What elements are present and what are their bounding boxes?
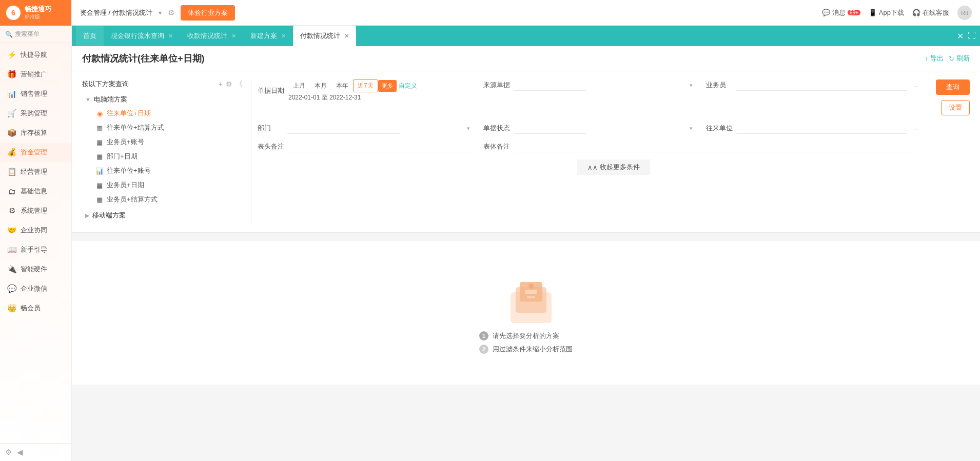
scheme-tree: ▼ 电脑端方案 ◉ 往来单位+日期 ▦ 往来单位+结算方式 ▦ 业务员+账号 ▦… [82,93,243,222]
mobile-scheme-section: ▶ 移动端方案 [82,209,243,222]
mobile-section-arrow: ▶ [85,212,89,219]
party-input[interactable] [737,123,907,134]
close-all-tabs-icon[interactable]: ✕ [957,31,964,41]
tab-payment[interactable]: 付款情况统计✕ [293,26,356,46]
close-tab-new-scheme[interactable]: ✕ [281,33,286,39]
collapse-sidebar-icon[interactable]: ◀ [17,448,23,457]
app-download-btn[interactable]: 📱 App下载 [869,8,904,17]
sidebar-item-member[interactable]: 👑 畅会员 [0,298,71,318]
sidebar-item-guide[interactable]: 📖 新手引导 [0,240,71,259]
svg-point-3 [528,284,534,289]
nav-label-operations: 经营管理 [21,167,47,176]
scheme-item-salesman-settle[interactable]: ▦ 业务员+结算方式 [92,192,243,207]
scheme-icon-party-settle: ▦ [95,124,104,132]
logo-title: 畅捷通巧 [25,5,51,13]
main-area: 资金管理 / 付款情况统计 ▾ ⚙ 体验行业方案 💬 消息 99+ 📱 App下… [72,0,980,461]
scheme-label-salesman-date: 业务员+日期 [107,181,144,190]
scheme-item-salesman-account[interactable]: ▦ 业务员+账号 [92,135,243,149]
sidebar-item-wechat[interactable]: 💬 企业微信 [0,279,71,298]
salesman-ellipsis[interactable]: ... [913,82,918,89]
sidebar-item-inventory[interactable]: 📦 库存核算 [0,123,71,143]
scheme-item-salesman-date[interactable]: ▦ 业务员+日期 [92,178,243,192]
header-note-field: 表头备注 [258,141,473,152]
tab-bank-flow[interactable]: 现金银行流水查询✕ [104,26,180,46]
close-tab-receivable[interactable]: ✕ [231,33,236,39]
tabbar-right-actions: ✕ ⛶ [957,31,976,41]
app-icon: 📱 [869,9,877,16]
source-doc-select-wrap [514,79,696,91]
date-this-month-btn[interactable]: 本月 [310,79,331,92]
tabbar: 首页现金银行流水查询✕收款情况统计✕新建方案✕付款情况统计✕ ✕ ⛶ [72,26,980,46]
empty-illustration-svg [500,272,562,333]
salesman-input[interactable] [736,79,907,91]
sidebar-item-hardware[interactable]: 🔌 智能硬件 [0,259,71,279]
pc-scheme-header[interactable]: ▼ 电脑端方案 [82,93,243,106]
close-tab-payment[interactable]: ✕ [344,33,349,39]
settings-footer-icon[interactable]: ⚙ [5,448,12,457]
refresh-btn[interactable]: ↻ 刷新 [949,54,970,63]
scheme-item-party-date[interactable]: ◉ 往来单位+日期 [92,106,243,121]
sidebar-item-basic-info[interactable]: 🗂 基础信息 [0,182,71,201]
nav-label-marketing: 营销推广 [21,70,47,79]
search-icon: 🔍 [5,31,13,38]
sidebar-item-purchase[interactable]: 🛒 采购管理 [0,104,71,123]
nav-icon-marketing: 🎁 [7,70,16,79]
export-btn[interactable]: ↑ 导出 [925,54,944,63]
sidebar-item-marketing[interactable]: 🎁 营销推广 [0,65,71,84]
app-download-label: App下载 [879,8,904,17]
date-last-7-btn[interactable]: 近7天 [353,79,378,92]
tab-home[interactable]: 首页 [76,26,104,46]
scheme-panel-title: 按以下方案查询 [82,79,129,89]
filter-settings-btn[interactable]: 设置 [941,100,970,115]
query-btn[interactable]: 查询 [936,79,970,95]
dept-select[interactable] [287,123,400,134]
doc-status-select[interactable] [514,123,586,134]
tab-new-scheme[interactable]: 新建方案✕ [243,26,293,46]
scheme-add-icon[interactable]: + [219,80,223,88]
sidebar-item-enterprise[interactable]: 🤝 企业协同 [0,221,71,240]
source-doc-label: 来源单据 [483,81,510,90]
svg-rect-4 [525,290,537,294]
refresh-icon: ↻ [949,55,954,63]
sidebar-search-area[interactable]: 🔍 搜索菜单 [0,26,71,43]
scheme-settings-icon[interactable]: ⚙ [226,80,232,88]
collapse-more-btn[interactable]: ∧∧ 收起更多条件 [577,159,650,175]
sidebar-item-quick-nav[interactable]: ⚡ 快捷导航 [0,45,71,65]
close-tab-bank-flow[interactable]: ✕ [168,33,173,39]
date-this-year-btn[interactable]: 本年 [331,79,353,92]
scheme-collapse-icon[interactable]: 《 [236,79,243,89]
expand-tabbar-icon[interactable]: ⛶ [968,31,976,41]
source-doc-select[interactable] [514,79,586,91]
date-last-month-btn[interactable]: 上月 [288,79,310,92]
sidebar-item-sales[interactable]: 📊 销售管理 [0,84,71,104]
sidebar-item-system[interactable]: ⚙ 系统管理 [0,201,71,221]
sidebar-item-finance[interactable]: 💰 资金管理 [0,143,71,162]
tab-receivable[interactable]: 收款情况统计✕ [180,26,243,46]
scheme-item-party-settle[interactable]: ▦ 往来单位+结算方式 [92,121,243,135]
doc-status-label: 单据状态 [483,124,510,133]
svg-rect-5 [527,296,535,298]
mobile-scheme-header[interactable]: ▶ 移动端方案 [82,209,243,222]
date-custom-label[interactable]: 自定义 [399,82,417,90]
party-ellipsis[interactable]: ... [913,125,918,132]
search-menu-button[interactable]: 🔍 搜索菜单 [5,30,66,38]
scheme-panel-header: 按以下方案查询 + ⚙ 《 [82,79,243,89]
try-industry-btn[interactable]: 体验行业方案 [181,5,235,21]
topbar-gear-icon[interactable]: ⚙ [168,8,174,17]
date-more-btn[interactable]: 更多 [378,80,397,92]
user-avatar[interactable]: Rit [957,6,972,20]
message-btn[interactable]: 💬 消息 99+ [822,8,860,17]
page-title: 付款情况统计(往来单位+日期) [82,52,205,65]
header-note-input[interactable] [288,141,473,152]
empty-state: 1 请先选择要分析的方案 2 用过滤条件来缩小分析范围 [72,241,980,385]
scheme-item-dept-date[interactable]: ▦ 部门+日期 [92,149,243,164]
source-doc-field: 来源单据 [483,79,696,91]
topbar-dropdown-arrow[interactable]: ▾ [159,9,162,16]
body-note-input[interactable] [514,141,913,152]
nav-icon-hardware: 🔌 [7,265,16,274]
scheme-item-party-account[interactable]: 📊 往来单位+账号 [92,164,243,178]
nav-icon-finance: 💰 [7,148,16,157]
empty-steps: 1 请先选择要分析的方案 2 用过滤条件来缩小分析范围 [479,331,573,354]
sidebar-item-operations[interactable]: 📋 经营管理 [0,162,71,182]
online-service-btn[interactable]: 🎧 在线客服 [912,8,949,17]
